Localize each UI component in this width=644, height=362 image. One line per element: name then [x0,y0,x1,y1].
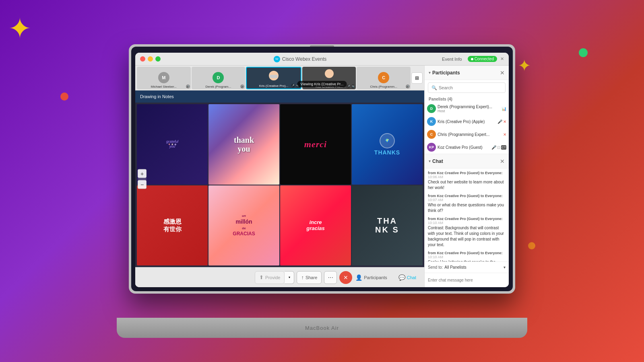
cam-icon-koz: 📷 [351,84,355,88]
tile-3-label: merci [304,139,327,150]
chat-input[interactable] [428,278,506,282]
macbook-screen: W Cisco Webex Events Event Info Connecte… [131,47,513,291]
participant-derek[interactable]: D Derek (Program... 🎤 [192,67,246,89]
right-panel: ▾ Participants ✕ 🔍 Panelists (4) [424,66,509,287]
participant-kris[interactable]: Kris (Creative Pro)... 🎤 📷 [246,67,301,89]
koz-mic-icon: 🎤 [491,145,496,150]
chat-header: ▾ Chat ✕ [425,154,509,169]
kris-cam-icon: ✕ [503,119,506,124]
zoom-in-button[interactable]: + [138,169,147,178]
chat-message-3: from Koz Creative Pro (Guest) to Everyon… [428,217,506,248]
participants-section: ▾ Participants ✕ 🔍 Panelists (4) [425,66,509,154]
tile-6-label: unmillóndeGRACIAS [233,214,255,237]
avatar-chris-row: C [427,130,436,139]
msg-sender-1: from Koz Creative Pro (Guest) to Everyon… [428,171,503,175]
macbook-body: W Cisco Webex Events Event Info Connecte… [129,44,515,294]
close-window-icon[interactable]: ✕ [500,56,504,62]
chris-mute-icon: ✕ [503,132,506,137]
dot-decor-3 [528,242,535,249]
zoom-separator [138,179,147,179]
chat-header-left: ▾ Chat [429,158,500,164]
msg-header-4: from Koz Creative Pro (Guest) to Everyon… [428,251,506,259]
chat-message-1: from Koz Creative Pro (Guest) to Everyon… [428,171,506,191]
kris-name: Kris (Creative Pro) (Apple) [438,119,496,124]
expand-icon: ⊞ [415,75,419,81]
koz-face [325,69,334,78]
controls-derek: 🎤 [240,84,244,88]
bottom-toolbar: ⬆ Provide ▾ ↑ Share [135,267,424,287]
chris-name: Chris (Programming Expert... [438,132,502,137]
participant-michael[interactable]: M Michael Steeber... 🎤 [137,67,191,89]
strip-expand-button[interactable]: ⊞ [411,72,423,84]
minimize-button[interactable] [148,56,153,62]
end-icon: ✕ [343,274,348,281]
tile-7-label: incregracias [306,219,325,232]
koz-icons: 🎤 ⊡ CT [491,145,506,150]
end-button[interactable]: ✕ [339,271,352,284]
chat-message-2: from Koz Creative Pro (Guest) to Everyon… [428,194,506,214]
main-content: M Michael Steeber... 🎤 D Derek (Program.… [135,66,509,287]
name-derek: Derek (Program... [192,85,246,88]
chevron-down-icon[interactable]: ▾ [429,70,431,75]
provide-dropdown-button[interactable]: ▾ [285,271,294,284]
mic-icon-derek: 🎤 [240,84,244,88]
kris-icons: 🎤 ✕ [497,119,506,124]
tile-8-label: THANK S [375,216,399,234]
chat-messages: from Koz Creative Pro (Guest) to Everyon… [425,169,509,261]
tile-gracias: unmillóndeGRACIAS [208,185,279,266]
search-box: 🔍 [428,82,506,93]
connected-badge: Connected [468,56,497,62]
participants-toolbar-button[interactable]: 👤 Participants [352,273,390,282]
event-info-button[interactable]: Event Info [440,56,464,62]
msg-header-2: from Koz Creative Pro (Guest) to Everyon… [428,194,506,202]
chat-close-icon[interactable]: ✕ [500,158,505,165]
dot-decor-1 [60,93,68,101]
close-button[interactable] [140,56,145,62]
derek-name: Derek (Programming Expert)... [438,105,500,109]
msg-time-3: 10:10 AM [428,221,443,225]
list-item: K Kris (Creative Pro) (Apple) 🎤 ✕ [425,115,509,128]
list-item: C Chris (Programming Expert... ✕ [425,128,509,141]
dot-decor-2 [579,48,588,57]
title-bar: W Cisco Webex Events Event Info Connecte… [135,53,509,66]
provide-icon: ⬆ [259,274,264,280]
send-to-chevron[interactable]: ▾ [504,265,506,269]
panelists-label: Panelists (4) [425,95,509,102]
tile-thanks: THANK S [352,185,423,266]
search-input[interactable] [439,85,502,90]
chat-chevron-icon[interactable]: ▾ [429,159,431,163]
zoom-out-button[interactable]: − [138,180,147,189]
provide-label: Provide [265,275,280,280]
connected-label: Connected [475,57,494,61]
msg-time-2: 10:07 AM [428,198,443,202]
koz-hand-icon: CT [501,145,506,150]
star-decor-2: ✦ [518,56,531,75]
send-to-value[interactable]: All Panelists [444,265,502,269]
chat-section: ▾ Chat ✕ from Koz Creative Pro (Guest) t… [425,154,509,287]
list-item: D Derek (Programming Expert)... Host 📊 [425,102,509,115]
chris-icons: ✕ [503,132,506,137]
maximize-button[interactable] [155,56,161,62]
avatar-derek-row: D [427,104,436,113]
controls-koz: 🎤 📷 [346,84,355,88]
window-controls [140,56,161,62]
tile-thankyou: thankyou [208,104,279,185]
chat-title: Chat [432,158,443,164]
participants-header: ▾ Participants ✕ [425,66,509,80]
share-button[interactable]: ↑ Share [297,271,322,284]
more-button[interactable]: ··· [324,271,337,284]
tile-merci: merci [280,104,351,185]
chat-toolbar-button[interactable]: 💬 Chat [395,273,419,282]
participants-close-icon[interactable]: ✕ [500,70,505,76]
drawing-header: Drawing in Notes [135,90,424,103]
derek-info: Derek (Programming Expert)... Host [438,105,500,113]
tile-world: 🌍 THANKS [352,104,423,185]
video-area: M Michael Steeber... 🎤 D Derek (Program.… [135,66,424,287]
window-title-area: W Cisco Webex Events [161,56,440,62]
viewing-label: Viewing Kris (Creative Pr... [297,81,347,87]
participants-icon: 👤 [355,274,362,281]
provide-button[interactable]: ⬆ Provide [255,271,285,284]
participant-chris[interactable]: C Chris (Programm... 🎤 [357,67,411,89]
chat-message-4: from Koz Creative Pro (Guest) to Everyon… [428,251,506,261]
participant-strip: M Michael Steeber... 🎤 D Derek (Program.… [135,66,424,90]
